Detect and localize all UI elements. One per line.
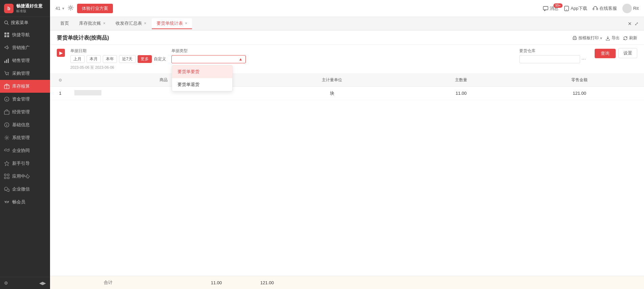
store-selector[interactable]: 41 ▾ [55, 6, 64, 11]
sidebar-collapse-btn[interactable]: ◀▶ [39, 281, 46, 286]
export-icon [605, 36, 610, 41]
tabbar-controls: ✕ ⤢ [628, 21, 639, 26]
svg-line-1 [7, 24, 9, 25]
footer-label: 合计 [74, 280, 142, 286]
settings-filter-btn[interactable]: 设置 [618, 48, 637, 58]
footer-quantity [142, 280, 183, 285]
cell-unit: 块 [257, 87, 407, 100]
svg-rect-23 [4, 177, 6, 179]
svg-point-18 [6, 124, 7, 124]
filter-date-group: 单据日期 上月 本月 本年 近7天 更多 自定义 2023-05-06 至 20… [70, 48, 166, 70]
tab-inventory-batch[interactable]: 库存批次账 × [74, 18, 110, 29]
cart-icon [4, 71, 9, 76]
sidebar-item-sales[interactable]: 销售管理 [0, 54, 50, 67]
filter-warehouse-input[interactable]: ​ [519, 55, 580, 63]
close-tab-receive-summary[interactable]: × [144, 21, 146, 26]
handshake-icon [4, 148, 9, 153]
message-btn[interactable]: 消息 99+ [543, 5, 558, 12]
col-header-unit: 主计量单位 [257, 74, 407, 87]
page-actions: 按模板打印 ▾ 导出 刷新 [572, 35, 637, 41]
cell-quantity: 11.00 [407, 87, 515, 100]
sidebar-logo: b 畅捷通好生意 标准版 [0, 0, 50, 17]
sidebar-search[interactable]: 搜索菜单 [0, 17, 50, 28]
tab-receive-summary[interactable]: 收发存汇总表 × [111, 18, 151, 29]
filter-buttons: 查询 设置 [595, 48, 637, 58]
col-header-settings[interactable]: ⚙ [50, 74, 70, 87]
table-footer: 合计 11.00 121.00 [50, 276, 644, 289]
sidebar-item-enterprise[interactable]: 企业协同 [0, 144, 50, 157]
table-header-row: ⚙ 商品 主计量单位 主数量 零售金额 [50, 74, 644, 87]
footer-amount-val: 121.00 [250, 280, 284, 285]
user-avatar[interactable]: Rit [622, 4, 639, 13]
sidebar-item-quick-nav[interactable]: 快捷导航 [0, 28, 50, 41]
app-logo-text: 畅捷通好生意 标准版 [16, 3, 43, 14]
sidebar-item-member[interactable]: 畅会员 [0, 196, 50, 208]
date-btn-this-month[interactable]: 本月 [87, 55, 101, 63]
export-btn[interactable]: 导出 [605, 35, 620, 41]
date-range-display: 2023-05-06 至 2023-06-06 [70, 65, 166, 70]
svg-point-25 [70, 7, 72, 9]
filter-area: ▶ 单据日期 上月 本月 本年 近7天 更多 自定义 2023-05-06 至 … [50, 45, 644, 74]
topbar: 41 ▾ 体验行业方案 消息 99+ App下载 在线客服 [50, 0, 644, 17]
print-btn[interactable]: 按模板打印 ▾ [572, 35, 602, 41]
close-tab-order-stats[interactable]: × [185, 21, 187, 26]
svg-point-9 [6, 74, 7, 75]
expand-tabs-btn[interactable]: ⤢ [635, 21, 639, 26]
sidebar-item-finance[interactable]: ¥ 资金管理 [0, 93, 50, 106]
print-icon [572, 36, 577, 41]
online-service-btn[interactable]: 在线客服 [593, 5, 617, 12]
message-badge: 99+ [553, 3, 563, 8]
sidebar-item-system[interactable]: 系统管理 [0, 131, 50, 144]
svg-rect-2 [4, 32, 6, 35]
sidebar-settings-btn[interactable]: ⚙ [4, 281, 8, 286]
dropdown-item-order[interactable]: 要货单要货 [172, 65, 232, 78]
sidebar: b 畅捷通好生意 标准版 搜索菜单 快捷导航 营销推广 销售管理 采购管理 [0, 0, 50, 289]
filter-warehouse-group: 要货仓库 ​ ··· [519, 48, 586, 63]
svg-rect-26 [543, 6, 548, 10]
footer-values: 11.00 121.00 [142, 280, 640, 285]
svg-rect-21 [4, 174, 6, 176]
chart-icon [4, 58, 9, 63]
vip-icon [4, 199, 9, 205]
date-custom-btn[interactable]: 自定义 [154, 56, 166, 62]
sidebar-item-beginner[interactable]: 新手引导 [0, 157, 50, 170]
sidebar-item-basics[interactable]: 基础信息 [0, 118, 50, 131]
wechat-icon [4, 186, 9, 192]
date-btn-7days[interactable]: 近7天 [119, 55, 136, 63]
col-settings-icon[interactable]: ⚙ [58, 78, 62, 83]
table-area: ⚙ 商品 主计量单位 主数量 零售金额 1 块 [50, 74, 644, 276]
gear-icon [4, 135, 9, 140]
sidebar-footer: ⚙ ◀▶ [0, 277, 50, 289]
tab-order-stats[interactable]: 要货单统计表 × [152, 18, 192, 29]
sidebar-item-wechat-biz[interactable]: 企业微信 [0, 183, 50, 196]
sidebar-item-purchase[interactable]: 采购管理 [0, 67, 50, 80]
tab-home[interactable]: 首页 [55, 18, 74, 29]
trial-btn[interactable]: 体验行业方案 [77, 4, 113, 13]
headset-icon [593, 6, 598, 11]
svg-rect-4 [4, 35, 6, 37]
sidebar-item-app-center[interactable]: 应用中心 [0, 170, 50, 183]
data-table: ⚙ 商品 主计量单位 主数量 零售金额 1 块 [50, 74, 644, 100]
main-area: 41 ▾ 体验行业方案 消息 99+ App下载 在线客服 [50, 0, 644, 289]
warehouse-more-btn[interactable]: ··· [581, 56, 586, 62]
megaphone-icon [4, 45, 9, 50]
date-btn-last-month[interactable]: 上月 [70, 55, 85, 63]
svg-point-10 [8, 74, 8, 75]
svg-rect-32 [574, 39, 576, 40]
apps-icon [4, 174, 9, 179]
filter-type-input[interactable]: ​ ▲ [171, 55, 246, 63]
date-btn-more[interactable]: 更多 [138, 55, 152, 63]
query-btn[interactable]: 查询 [595, 49, 616, 58]
filter-expand-btn[interactable]: ▶ [57, 49, 65, 57]
sidebar-item-operations[interactable]: 经营管理 [0, 106, 50, 118]
topbar-settings-icon[interactable] [68, 5, 74, 12]
date-btn-this-year[interactable]: 本年 [103, 55, 117, 63]
close-all-tabs-btn[interactable]: ✕ [628, 21, 632, 26]
dropdown-item-return[interactable]: 要货单退货 [172, 78, 232, 91]
app-download-btn[interactable]: App下载 [564, 5, 587, 12]
close-tab-inventory-batch[interactable]: × [103, 21, 105, 26]
sidebar-item-inventory[interactable]: 库存核算 [0, 80, 50, 93]
refresh-btn[interactable]: 刷新 [623, 35, 637, 41]
sidebar-item-marketing[interactable]: 营销推广 [0, 41, 50, 54]
money-icon: ¥ [4, 96, 9, 102]
